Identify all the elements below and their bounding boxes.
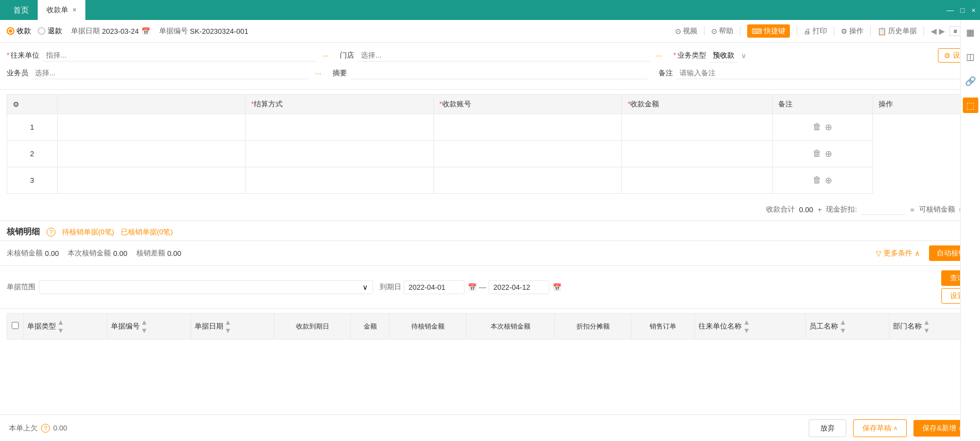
tab-receipt[interactable]: 收款单 × [38,0,85,20]
radio-receipt[interactable]: 收款 [7,26,31,36]
operations-link[interactable]: ⚙ 操作 [841,26,864,36]
store-input[interactable] [358,49,650,61]
row-action-1: 🗑 ⊕ [772,114,872,141]
form-area: *往来单位 ··· 门店 ··· *业务类型 预收款 ∨ [0,43,980,90]
business-type-arrow[interactable]: ∨ [741,52,747,60]
done-tab[interactable]: 已核销单据(0笔) [121,227,173,237]
th-remark: 备注 [772,95,872,114]
th-checkbox [7,314,24,340]
store-more-btn[interactable]: ··· [656,51,662,60]
footer-order-label: 本单上欠 [9,423,38,433]
filter-row: 单据范围 ∨ 到期日 📅 — 📅 查询 设置 [0,265,980,309]
history-link[interactable]: 📋 历史单据 [877,26,917,36]
maximize-btn[interactable]: □ [961,6,965,14]
history-label: 历史单据 [888,26,917,36]
date-from-input[interactable] [404,280,465,294]
doc-num-field: 单据编号 SK-20230324-001 [159,26,249,36]
toolbar-row: 收款 退款 单据日期 2023-03-24 📅 单据编号 SK-20230324… [0,20,980,43]
print-link[interactable]: 🖨 打印 [804,26,827,36]
row-copy-1[interactable]: ⊕ [825,122,832,132]
equals-sign: = [910,206,915,214]
row-amount-1 [433,114,622,141]
writeoff-section-header: 核销明细 ? 待核销单据(0笔) 已核销单据(0笔) [0,221,980,241]
pending-tab[interactable]: 待核销单据(0笔) [62,227,114,237]
row-copy-3[interactable]: ⊕ [825,175,832,186]
row-amount-2 [433,141,622,167]
writeoff-info-icon[interactable]: ? [47,228,55,237]
range-select-arrow: ∨ [363,283,368,291]
print-icon: 🖨 [804,27,811,35]
summary-row: 收款合计 0.00 + 现金折扣: = 可核销金额 0.00 [0,198,980,221]
row-delete-2[interactable]: 🗑 [813,148,821,159]
operations-label: 操作 [849,26,864,36]
shortcut-link[interactable]: ⌨ 快捷键 [747,24,790,38]
th-type-label: 单据类型 [27,321,56,331]
th-settings[interactable]: ⚙ [7,95,58,114]
th-current-wo: 本次核销金额 [466,314,554,340]
cal-to-icon[interactable]: 📅 [553,283,562,291]
select-all-checkbox[interactable] [12,322,19,329]
sidebar-icon-2[interactable]: ◫ [963,49,978,64]
th-store-label: 部门名称 [893,321,922,331]
cal-from-icon[interactable]: 📅 [468,283,477,291]
bottom-table-wrapper: 单据类型 ▲▼ 单据编号 ▲▼ 单据日期 ▲▼ [0,309,980,373]
uncancelled-label: 未核销金额 [7,248,43,258]
remark-input[interactable] [676,67,973,79]
row-delete-1[interactable]: 🗑 [813,122,821,132]
prev-arrow[interactable]: ◀ [931,27,937,35]
discount-input[interactable] [861,204,906,215]
counterpart-label: *往来单位 [7,50,39,60]
row-account-1 [246,114,434,141]
counterpart-input[interactable] [43,49,317,61]
row-copy-2[interactable]: ⊕ [825,148,832,159]
minimize-btn[interactable]: — [947,6,954,14]
help-link[interactable]: ⊙ 帮助 [711,26,733,36]
doc-date-calendar-icon[interactable]: 📅 [141,27,150,35]
summary-label: 摘要 [333,68,347,78]
save-draft-btn[interactable]: 保存草稿 ∧ [853,419,907,437]
remark-field: 备注 [659,67,973,79]
sidebar-icon-1[interactable]: ▦ [963,24,978,40]
row-remark-2 [622,141,773,167]
layout-btn-1[interactable]: ≡ [950,26,961,36]
total-label: 收款合计 [766,204,795,214]
help-label: 帮助 [719,26,733,36]
doc-num-value: SK-20230324-001 [190,27,249,35]
row-num-1: 1 [7,114,58,141]
next-arrow[interactable]: ▶ [939,27,945,35]
row-account-3 [246,167,434,194]
sidebar-icon-3[interactable]: 🔗 [963,73,978,89]
radio-refund[interactable]: 退款 [38,26,62,36]
footer-info-icon[interactable]: ? [41,424,50,433]
th-staff-label: 员工名称 [809,321,838,331]
more-conditions-btn[interactable]: ▽ 更多条件 ∧ [876,248,920,258]
row-delete-3[interactable]: 🗑 [813,175,821,186]
divider3 [797,27,797,35]
video-link[interactable]: ⊙ 视频 [675,26,697,36]
date-to-input[interactable] [488,280,549,294]
th-account: *收款账号 [433,95,622,114]
tab-close-icon[interactable]: × [73,0,76,20]
th-partner: 往来单位名称 ▲▼ [695,314,806,340]
range-select[interactable]: ∨ [39,280,373,294]
business-type-select[interactable]: 预收款 [710,49,738,63]
summary-input[interactable] [350,67,647,79]
row-amount-3 [433,167,622,194]
staff-more-btn[interactable]: ··· [315,69,321,78]
staff-input[interactable] [32,67,309,79]
close-btn[interactable]: × [971,6,976,14]
doc-num-label: 单据编号 [159,26,188,36]
writeoff-table: 单据类型 ▲▼ 单据编号 ▲▼ 单据日期 ▲▼ [7,313,973,340]
table-row: 2 🗑 ⊕ [7,141,973,167]
uncancelled-value: 0.00 [45,249,59,258]
tab-home[interactable]: 首页 [4,0,38,20]
radio-receipt-dot [7,27,14,35]
current-value: 0.00 [113,249,127,258]
row-num-3: 3 [7,167,58,194]
abandon-btn[interactable]: 放弃 [809,419,846,437]
counterpart-more-btn[interactable]: ··· [323,51,329,60]
window-controls: — □ × [947,6,976,14]
sidebar-icon-4[interactable]: ⬚ [963,98,978,113]
main-content: 收款 退款 单据日期 2023-03-24 📅 单据编号 SK-20230324… [0,20,980,441]
current-stat: 本次核销金额 0.00 [68,248,127,258]
